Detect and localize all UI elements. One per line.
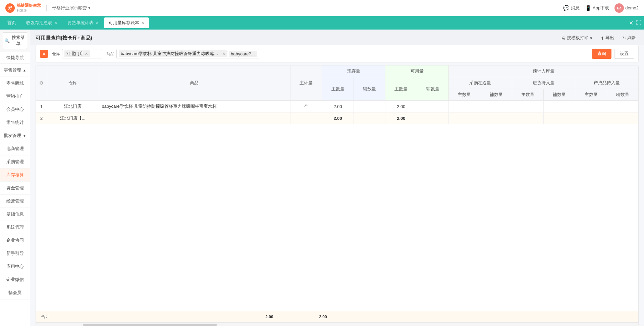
row-1-purchase-main: [448, 101, 480, 112]
user-avatar[interactable]: Ea demo2: [614, 3, 639, 13]
query-button[interactable]: 查询: [592, 49, 611, 59]
current-main-qty-header: 主数量: [322, 77, 354, 101]
warehouse-tag-close[interactable]: ✕: [85, 52, 88, 56]
chevron-down-icon: ▲: [23, 68, 26, 72]
current-aux-qty-header: 辅数量: [354, 77, 385, 101]
row-1-available-aux: [417, 101, 448, 112]
row-2-incoming-aux: [544, 112, 575, 124]
unit-col-header: 主计量: [290, 65, 322, 101]
tab-close-all[interactable]: ✕: [629, 20, 633, 26]
sidebar-item-vip[interactable]: 畅会员: [0, 286, 30, 299]
product-filter: 商品 babycare学饮杯 儿童防摔防撞吸管杯重力球吸嘴杯宝宝水杯 ✕ bab…: [106, 49, 259, 58]
tab-home[interactable]: 首页: [3, 17, 21, 28]
sidebar-item-wechat[interactable]: 企业微信: [0, 273, 30, 286]
sidebar-item-appstore[interactable]: 应用中心: [0, 260, 30, 273]
sidebar-item-basic[interactable]: 基础信息: [0, 208, 30, 221]
tab-order[interactable]: 要货单统计表 ✕: [63, 17, 103, 28]
tab-maximize[interactable]: ⛶: [636, 20, 641, 26]
row-1-warehouse: 江北门店: [47, 101, 98, 112]
row-2-available-aux: [417, 112, 448, 124]
row-1-available-main: 2.00: [385, 101, 417, 112]
sidebar-item-purchase[interactable]: 采购管理: [0, 155, 30, 169]
row-2-index: 2: [36, 112, 47, 124]
row-2-current-main: 2.00: [322, 112, 354, 124]
sidebar-item-retail-stats[interactable]: 零售统计: [0, 116, 30, 129]
scrollbar-thumb[interactable]: [83, 324, 217, 326]
warehouse-label: 仓库: [52, 51, 60, 57]
sidebar-item-newbie[interactable]: 新手引导: [0, 247, 30, 260]
row-1-current-aux: [354, 101, 385, 112]
row-2-warehouse: 江北门店【...: [47, 112, 98, 124]
chevron-down-icon-3: ▾: [590, 36, 592, 41]
chevron-down-icon-2: ▼: [23, 134, 26, 138]
production-header: 产成品待入量: [575, 77, 638, 89]
sidebar-item-operations[interactable]: 经营管理: [0, 195, 30, 208]
sidebar-item-wholesale[interactable]: 批发管理 ▼: [0, 129, 30, 142]
logo-area: 好 畅捷通好生意 标准版: [5, 3, 41, 13]
tab-inventory-close[interactable]: ✕: [141, 21, 144, 25]
row-2-current-aux: [354, 112, 385, 124]
row-2-production-aux: [607, 112, 638, 124]
tab-inventory[interactable]: 可用量库存账本 ✕: [104, 17, 149, 28]
avatar: Ea: [614, 3, 624, 13]
row-1-index: 1: [36, 101, 47, 112]
product-tags[interactable]: babycare学饮杯 儿童防摔防撞吸管杯重力球吸嘴杯宝宝水杯 ✕ babyca…: [116, 49, 259, 58]
page-title: 可用量查询(按仓库+商品): [36, 35, 92, 41]
sidebar-item-retail[interactable]: 零售管理 ▲: [0, 64, 30, 77]
sidebar: 🔍 搜索菜单 快捷导航 零售管理 ▲ 零售商城 营销推广 会员中心 零售统计 批…: [0, 30, 30, 326]
app-download-btn[interactable]: 📱 App下载: [585, 5, 609, 11]
sidebar-item-system[interactable]: 系统管理: [0, 221, 30, 234]
industry-select[interactable]: 母婴行业演示账套 ▾: [52, 5, 91, 11]
row-2-purchase-aux: [480, 112, 512, 124]
content-panel: 可用量查询(按仓库+商品) 🖨 按模板打印 ▾ ⬆ 导出 ↻ 刷新 »: [30, 30, 644, 326]
sidebar-item-ecommerce[interactable]: 电商管理: [0, 142, 30, 155]
row-2-available-main: 2.00: [385, 112, 417, 124]
row-1-product: babycare学饮杯 儿童防摔防撞吸管杯重力球吸嘴杯宝宝水杯: [98, 101, 290, 112]
product-tag-2: babycare?...: [229, 51, 257, 57]
row-1-incoming-aux: [544, 101, 575, 112]
sidebar-item-marketing[interactable]: 营销推广: [0, 90, 30, 103]
row-2-incoming-main: [512, 112, 543, 124]
sidebar-item-inventory[interactable]: 库存核算: [0, 169, 30, 182]
row-2-purchase-main: [448, 112, 480, 124]
tab-order-close[interactable]: ✕: [96, 21, 99, 25]
table-wrapper: ⚙ 仓库 商品 主计量 现存量 可用量 预计入库量 主数量 辅数量: [36, 65, 638, 311]
sidebar-quick-nav[interactable]: 快捷导航: [0, 52, 30, 64]
data-table: ⚙ 仓库 商品 主计量 现存量 可用量 预计入库量 主数量 辅数量: [36, 65, 638, 124]
message-btn[interactable]: 💬 消息: [563, 5, 580, 11]
warehouse-tag-1: 江北门店 ✕: [64, 50, 90, 57]
production-aux-header: 辅数量: [607, 89, 638, 101]
search-menu-btn[interactable]: 🔍 搜索菜单: [3, 32, 27, 49]
divider: [46, 5, 47, 11]
settings-col-header: ⚙: [36, 65, 47, 101]
summary-available-main: 2.00: [310, 315, 336, 319]
warehouse-more[interactable]: ···: [91, 51, 95, 56]
export-btn[interactable]: ⬆ 导出: [598, 34, 617, 42]
sidebar-item-retail-mall[interactable]: 零售商城: [0, 77, 30, 90]
row-1-production-aux: [607, 101, 638, 112]
tab-receive-close[interactable]: ✕: [54, 21, 57, 25]
incoming-aux-header: 辅数量: [544, 89, 575, 101]
warehouse-tags[interactable]: 江北门店 ✕ ···: [62, 49, 102, 58]
product-tag-1-close[interactable]: ✕: [222, 52, 225, 56]
available-header: 可用量: [385, 65, 449, 77]
logo-text: 畅捷通好生意 标准版: [17, 3, 41, 13]
sidebar-item-enterprise[interactable]: 企业协同: [0, 234, 30, 247]
sidebar-item-member[interactable]: 会员中心: [0, 103, 30, 116]
top-bar-left: 好 畅捷通好生意 标准版 母婴行业演示账套 ▾: [5, 3, 91, 13]
sidebar-item-finance[interactable]: 资金管理: [0, 182, 30, 195]
tab-bar-right: ✕ ⛶: [629, 20, 641, 26]
refresh-btn[interactable]: ↻ 刷新: [620, 34, 639, 42]
expand-filter-btn[interactable]: »: [40, 50, 48, 58]
row-1-current-main: 2.00: [322, 101, 354, 112]
gear-icon[interactable]: ⚙: [39, 80, 44, 86]
summary-label: 合计: [41, 314, 243, 320]
table-area: ⚙ 仓库 商品 主计量 现存量 可用量 预计入库量 主数量 辅数量: [36, 65, 639, 326]
horizontal-scrollbar[interactable]: [36, 322, 638, 326]
table-header-row-1: ⚙ 仓库 商品 主计量 现存量 可用量 预计入库量: [36, 65, 638, 77]
filter-bar: » 仓库 江北门店 ✕ ··· 商品 babycare学饮杯 儿童防摔防撞吸管杯…: [36, 45, 639, 62]
settings-button[interactable]: 设置: [614, 49, 634, 59]
tab-receive[interactable]: 收发存汇总表 ✕: [21, 17, 62, 28]
template-print-btn[interactable]: 🖨 按模板打印 ▾: [558, 34, 595, 42]
row-2-product: [98, 112, 290, 124]
